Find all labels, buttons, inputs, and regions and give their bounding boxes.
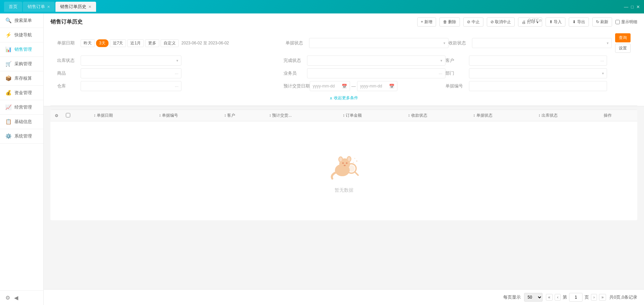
filter-area: 单据日期 昨天 3天 近7天 近1月 更多 自定义 2023-06-02 至 2…: [50, 30, 637, 106]
tab-sales-order[interactable]: 销售订单 ✕: [23, 2, 55, 12]
page-number-input[interactable]: [569, 293, 583, 302]
sidebar-item-sales-mgmt[interactable]: 📊 销售管理: [0, 42, 43, 57]
goods-control[interactable]: ···: [81, 68, 181, 78]
order-status-label: 单据状态: [286, 40, 309, 46]
page-label: 第: [563, 294, 567, 300]
col-operation: 操作: [600, 110, 637, 121]
sidebar-item-basic-info[interactable]: 📋 基础信息: [0, 115, 43, 129]
settings-button[interactable]: 设置: [615, 44, 631, 53]
sidebar-item-operation-mgmt[interactable]: 📈 经营管理: [0, 100, 43, 115]
close-btn[interactable]: ✕: [636, 4, 640, 9]
department-label: 部门: [445, 70, 469, 76]
date-label: 单据日期: [57, 40, 81, 46]
last-page-button[interactable]: »: [599, 294, 606, 301]
collapse-up-icon: ∧: [330, 96, 333, 101]
expected-date-end[interactable]: yyyy-mm-dd 📅: [357, 81, 397, 91]
main-layout: 🔍 搜索菜单 ⚡ 快捷导航 📊 销售管理 🛒 采购管理 📦 库存核算 💰 资金管…: [0, 13, 644, 305]
select-all-checkbox[interactable]: [66, 113, 70, 117]
department-control[interactable]: ▾: [469, 68, 607, 78]
calendar-start-icon: 📅: [342, 84, 347, 89]
date-separator: —: [351, 84, 356, 89]
tabs-area: 首页 销售订单 ✕ 销售订单历史 ✕: [4, 2, 96, 12]
date-btn-more[interactable]: 更多: [145, 39, 159, 47]
delete-button[interactable]: 🗑 删除: [439, 17, 460, 27]
tab-home-label: 首页: [9, 4, 17, 10]
completion-status-control[interactable]: ▾: [307, 55, 445, 66]
col-settings[interactable]: ⚙: [50, 110, 62, 121]
col-expected-delivery-label: ↕ 预计交货...: [269, 113, 292, 118]
page-nav: « ‹ 第 页 › »: [546, 293, 606, 302]
col-delivery-status-label: ↕ 出库状态: [538, 113, 557, 118]
stop-button[interactable]: ⊘ 中止: [463, 17, 483, 27]
completion-status-dropdown-arrow: ▾: [440, 59, 442, 63]
col-payment-status-label: ↕ 收款状态: [408, 113, 427, 118]
basic-info-icon: 📋: [5, 119, 12, 125]
prev-page-button[interactable]: ‹: [555, 294, 561, 301]
col-payment-status[interactable]: ↕ 收款状态: [404, 110, 470, 121]
col-order-status[interactable]: ↕ 单据状态: [470, 110, 535, 121]
filter-item-order-number: 单据编号: [445, 81, 607, 91]
date-btn-3days[interactable]: 3天: [96, 39, 109, 47]
sidebar-item-finance-mgmt[interactable]: 💰 资金管理: [0, 86, 43, 100]
expected-date-start[interactable]: yyyy-mm-dd 📅: [310, 81, 350, 91]
minimize-btn[interactable]: —: [624, 4, 628, 9]
sidebar-collapse-icon[interactable]: ◀: [14, 295, 18, 301]
col-delivery-status[interactable]: ↕ 出库状态: [535, 110, 600, 121]
sidebar-item-quick-nav[interactable]: ⚡ 快捷导航: [0, 28, 43, 42]
window-controls: — □ ✕: [624, 4, 640, 9]
svg-point-14: [353, 162, 354, 163]
first-page-button[interactable]: «: [546, 294, 553, 301]
col-order-amount[interactable]: ↕ 订单金额: [339, 110, 404, 121]
toolbar: + 新增 🗑 删除 ⊘ 中止 ⊘ 取消中止 🖨 打印 ▾ ⬆ 导入 ⬇ 导出 ↻…: [417, 17, 637, 27]
cancel-stop-button[interactable]: ⊘ 取消中止: [487, 17, 515, 27]
order-status-control[interactable]: ▾: [309, 38, 449, 48]
sidebar-item-system-mgmt[interactable]: ⚙️ 系统管理: [0, 129, 43, 144]
sidebar: 🔍 搜索菜单 ⚡ 快捷导航 📊 销售管理 🛒 采购管理 📦 库存核算 💰 资金管…: [0, 13, 44, 305]
maximize-btn[interactable]: □: [631, 4, 634, 9]
col-checkbox[interactable]: [62, 110, 90, 121]
new-button[interactable]: + 新增: [417, 17, 436, 27]
collapse-button[interactable]: ∧ 收起更多条件: [330, 95, 358, 101]
warehouse-label: 仓库: [57, 83, 81, 89]
refresh-button[interactable]: ↻ 刷新: [592, 17, 612, 27]
sidebar-item-basic-info-label: 基础信息: [14, 119, 32, 125]
sidebar-item-purchase-mgmt[interactable]: 🛒 采购管理: [0, 57, 43, 71]
tab-sales-order-close[interactable]: ✕: [47, 5, 50, 9]
import-button[interactable]: ⬆ 导入: [546, 17, 565, 27]
warehouse-control[interactable]: ···: [81, 81, 181, 91]
filter-item-expected-delivery: 预计交货日期 yyyy-mm-dd 📅 — yyyy-mm-dd 📅: [284, 81, 445, 91]
payment-status-control[interactable]: ▾: [472, 38, 612, 48]
export-button[interactable]: ⬇ 导出: [569, 17, 589, 27]
data-table: ⚙ ↕ 单据日期 ↕ 单据编号 ↕ 客户 ↕ 预计交货...: [50, 110, 637, 220]
tab-sales-order-history[interactable]: 销售订单历史 ✕: [55, 2, 96, 12]
svg-point-12: [356, 160, 357, 162]
customer-control[interactable]: ···: [469, 55, 607, 66]
col-date[interactable]: ↕ 单据日期: [90, 110, 156, 121]
quick-nav-icon: ⚡: [5, 32, 12, 38]
sidebar-item-inventory[interactable]: 📦 库存核算: [0, 71, 43, 86]
date-btn-1month[interactable]: 近1月: [127, 39, 144, 47]
sidebar-item-search-menu[interactable]: 🔍 搜索菜单: [0, 13, 43, 28]
filter-item-salesperson: 业务员 ···: [284, 68, 445, 78]
page-size-select[interactable]: 50 10 20 100: [524, 293, 543, 302]
tab-sales-order-history-close[interactable]: ✕: [88, 5, 91, 9]
purchase-mgmt-icon: 🛒: [5, 61, 12, 67]
col-expected-delivery[interactable]: ↕ 预计交货...: [266, 110, 339, 121]
date-btn-7days[interactable]: 近7天: [110, 39, 126, 47]
col-number[interactable]: ↕ 单据编号: [156, 110, 221, 121]
date-btn-custom[interactable]: 自定义: [161, 39, 179, 47]
query-settings-group: 查询 设置: [615, 33, 631, 53]
order-number-control[interactable]: [469, 81, 607, 91]
date-btn-yesterday[interactable]: 昨天: [81, 39, 95, 47]
show-details-input[interactable]: [615, 20, 620, 24]
query-button[interactable]: 查询: [615, 33, 631, 42]
tab-home[interactable]: 首页: [4, 2, 22, 12]
delivery-status-control[interactable]: ▾: [81, 55, 181, 66]
sidebar-settings-icon[interactable]: ⚙: [5, 295, 10, 301]
filter-item-goods: 商品 ···: [57, 68, 284, 78]
col-customer[interactable]: ↕ 客户: [221, 110, 266, 121]
next-page-button[interactable]: ›: [591, 294, 597, 301]
salesperson-control[interactable]: ···: [307, 68, 445, 78]
show-details-checkbox[interactable]: 显示明细: [615, 19, 637, 25]
col-date-label: ↕ 单据日期: [94, 113, 113, 118]
